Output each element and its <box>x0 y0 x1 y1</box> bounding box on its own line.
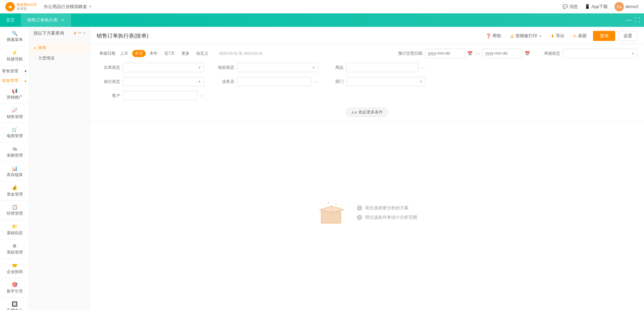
delivery-date-to[interactable] <box>482 49 523 58</box>
sidebar-label-marketing: 营销推广 <box>7 95 23 100</box>
delivery-date-from[interactable] <box>425 49 465 58</box>
sidebar-item-basic[interactable]: 📁 基础信息 <box>0 220 29 240</box>
company-selector[interactable]: 办公用品行业模拟账套 ▼ <box>44 4 92 10</box>
sidebar-label-wholesale: 批发管理 <box>2 78 18 84</box>
date-chip-custom[interactable]: 自定义 <box>194 50 211 57</box>
single-status-select-wrapper: ▼ <box>563 49 637 58</box>
tree-item-shortage[interactable]: ○ 欠货情况 <box>30 53 90 63</box>
export-btn[interactable]: ⬇ 导出 <box>548 32 567 40</box>
svg-text:✦: ✦ <box>339 206 341 208</box>
sidebar-item-guide[interactable]: 🎯 新手引导 <box>0 278 29 298</box>
date-chip-more[interactable]: 更多 <box>179 50 192 57</box>
add-plan-btn[interactable]: + <box>73 30 76 36</box>
minimize-btn[interactable]: — <box>627 17 632 23</box>
sidebar-item-collab[interactable]: 🤝 企业协同 <box>0 259 29 278</box>
main-layout: 🔍 搜索菜单 ⚡ 快捷导航 零售管理 ▼ 批发管理 ▲ 📢 营销推广 📈 销售管… <box>0 27 644 310</box>
sidebar-item-marketing[interactable]: 📢 营销推广 <box>0 85 29 104</box>
app-download-btn[interactable]: 📱 App下载 <box>585 4 608 10</box>
salesman-input[interactable] <box>237 77 311 86</box>
sidebar-item-finance[interactable]: 💰 资金管理 <box>0 181 29 201</box>
left-panel: 按以下方案查询 + ✏ « ● 按单 ○ 欠货情况 <box>30 27 90 310</box>
customer-input[interactable] <box>123 91 197 100</box>
sidebar-item-ecommerce[interactable]: 🛒 电商管理 <box>0 123 29 143</box>
tree-item-by-order[interactable]: ● 按单 <box>30 43 90 53</box>
date-to-calendar-icon[interactable]: 📅 <box>525 51 530 56</box>
dept-select-wrapper: ▼ <box>346 77 425 86</box>
user-avatar: Ea <box>614 2 624 11</box>
maximize-btn[interactable]: ⛶ <box>635 17 640 23</box>
tip-num-2: 2 <box>357 215 362 220</box>
goods-input[interactable] <box>346 63 419 72</box>
filter-field-exec-status: 执行状态 ▼ <box>97 77 204 86</box>
single-status-select[interactable] <box>563 49 637 58</box>
goods-ellipsis-btn[interactable]: ··· <box>421 65 425 70</box>
sidebar-item-wholesale[interactable]: 批发管理 ▲ <box>0 75 29 85</box>
empty-state-visual: ✦ ✦ ✦ ⬆ 1 请先选择要分析的方案 2 用过滤条件来缩小分析范围 <box>317 198 417 228</box>
customer-label: 客户 <box>97 93 120 99</box>
inventory-icon: 📊 <box>12 165 17 171</box>
page-title: 销售订单执行表(按单) <box>97 33 479 40</box>
sidebar-item-quicknav[interactable]: ⚡ 快捷导航 <box>0 46 29 66</box>
filter-field-receipt: 收款状态 ▼ <box>211 63 318 72</box>
app-icon: 📱 <box>585 4 590 9</box>
salesman-ellipsis-btn[interactable]: ··· <box>314 79 318 84</box>
outbound-status-label: 出库状态 <box>97 65 120 70</box>
retail-arrow: ▼ <box>24 69 27 73</box>
company-name: 办公用品行业模拟账套 <box>44 4 87 10</box>
print-dropdown-arrow: ▼ <box>539 34 542 38</box>
refresh-btn[interactable]: ↻ 刷新 <box>571 32 590 40</box>
tab-home[interactable]: 首页 <box>0 13 21 27</box>
date-from-calendar-icon[interactable]: 📅 <box>467 51 473 56</box>
date-chips: 上月 本月 本年 近7天 更多 自定义 <box>117 50 211 57</box>
expected-delivery-label: 预计交货日期 <box>398 51 422 56</box>
customer-ellipsis-btn[interactable]: ··· <box>200 93 204 98</box>
tip-num-1: 1 <box>357 205 362 211</box>
delivery-date-to-group: 📅 <box>482 49 530 58</box>
sidebar-item-inventory[interactable]: 📊 库存核算 <box>0 162 29 182</box>
receipt-status-select[interactable] <box>237 63 318 72</box>
left-panel-actions: + ✏ « <box>73 30 86 36</box>
sidebar-item-system[interactable]: ⚙ 系统管理 <box>0 240 29 259</box>
refresh-icon: ↻ <box>573 34 577 39</box>
single-status-label: 单据状态 <box>537 51 560 56</box>
message-btn[interactable]: 💬 消息 <box>562 4 578 10</box>
tree-item-icon-order: ● <box>34 46 36 50</box>
print-btn[interactable]: 🖨 按模板打印 ▼ <box>507 32 545 40</box>
collapse-more-btn[interactable]: ∧∧ 收起更多条件 <box>346 108 388 117</box>
sidebar-item-search[interactable]: 🔍 搜索菜单 <box>0 27 29 46</box>
sidebar-item-business[interactable]: 📋 经营管理 <box>0 201 29 220</box>
nav-tabs: 首页 销售订单执行表 ✕ — ⛶ <box>0 13 644 27</box>
help-btn[interactable]: ❓ 帮助 <box>483 32 504 40</box>
date-range-text: 2023-03-01 至 2023-03-31 <box>219 51 263 56</box>
sidebar-item-retail[interactable]: 零售管理 ▼ <box>0 66 29 75</box>
filter-row-exec: 执行状态 ▼ 业务员 ··· 部门 <box>97 77 637 86</box>
tab-close-btn[interactable]: ✕ <box>61 18 64 22</box>
collapse-panel-btn[interactable]: « <box>83 30 86 36</box>
sidebar-label-inventory: 库存核算 <box>7 172 23 178</box>
exec-status-select[interactable] <box>123 77 204 86</box>
sidebar-item-appstore[interactable]: 🔲 应用中心 <box>0 298 29 310</box>
filter-field-salesman: 业务员 ··· <box>211 77 318 86</box>
single-date-label: 单据日期 <box>97 51 115 56</box>
tab-sales-order[interactable]: 销售订单执行表 ✕ <box>21 13 71 27</box>
collapse-bar: ∧∧ 收起更多条件 <box>97 105 637 120</box>
system-icon: ⚙ <box>12 243 17 249</box>
empty-tips: 1 请先选择要分析的方案 2 用过滤条件来缩小分析范围 <box>357 205 417 220</box>
query-btn[interactable]: 查询 <box>593 31 615 41</box>
search-icon: 🔍 <box>12 30 17 36</box>
date-chip-this-year[interactable]: 本年 <box>147 50 160 57</box>
settings-btn[interactable]: 设置 <box>619 31 637 41</box>
sidebar-item-purchase[interactable]: 🛍 采购管理 <box>0 143 29 162</box>
logo-area: 畅 畅捷通好生意 标准版 <box>5 2 37 11</box>
collab-icon: 🤝 <box>12 262 17 268</box>
date-chip-this-month[interactable]: 本月 <box>132 50 146 57</box>
dept-select[interactable] <box>346 77 425 86</box>
collapse-up-icon: ∧∧ <box>351 110 357 115</box>
date-chip-last-month[interactable]: 上月 <box>117 50 131 57</box>
user-area[interactable]: Ea demo2 <box>614 2 639 11</box>
dept-label: 部门 <box>325 79 343 85</box>
date-chip-7days[interactable]: 近7天 <box>162 50 177 57</box>
sidebar-item-sales[interactable]: 📈 销售管理 <box>0 104 29 123</box>
outbound-status-select[interactable] <box>123 63 204 72</box>
edit-plan-btn[interactable]: ✏ <box>78 30 82 36</box>
